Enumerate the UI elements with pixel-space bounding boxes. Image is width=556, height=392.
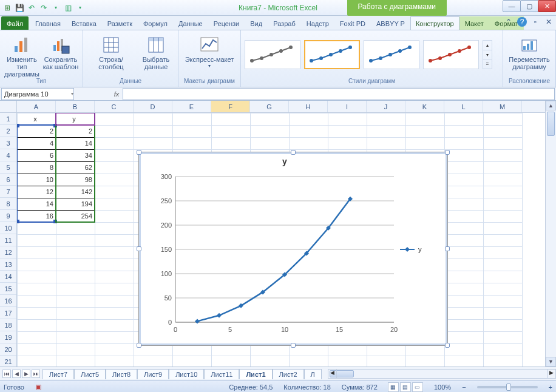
row-header-17[interactable]: 17 xyxy=(0,307,16,319)
sheet-tab-Лист11[interactable]: Лист11 xyxy=(204,369,239,379)
tab-insert[interactable]: Вставка xyxy=(66,16,102,30)
row-header-13[interactable]: 13 xyxy=(0,259,16,271)
chart-style-4[interactable] xyxy=(423,40,479,69)
row-header-19[interactable]: 19 xyxy=(0,331,16,343)
scroll-down-arrow[interactable]: ▼ xyxy=(546,357,556,367)
tab-abbyy[interactable]: ABBYY P xyxy=(371,16,410,30)
row-header-4[interactable]: 4 xyxy=(0,149,16,161)
tab-data[interactable]: Данные xyxy=(173,16,208,30)
row-header-6[interactable]: 6 xyxy=(0,174,16,186)
column-header-L[interactable]: L xyxy=(444,101,483,112)
sheet-nav-first[interactable]: ⏮ xyxy=(2,370,11,378)
view-normal-button[interactable]: ▦ xyxy=(388,382,399,392)
sheet-tab-Лист2[interactable]: Лист2 xyxy=(273,369,304,379)
scroll-up-arrow[interactable]: ▲ xyxy=(546,101,556,110)
switch-row-col-button[interactable]: Строка/столбец xyxy=(87,34,135,70)
help-icon[interactable]: ? xyxy=(517,17,527,27)
column-header-B[interactable]: B xyxy=(56,101,95,112)
row-header-8[interactable]: 8 xyxy=(0,198,16,210)
sheet-tab-Лист5[interactable]: Лист5 xyxy=(74,369,106,379)
row-header-21[interactable]: 21 xyxy=(0,356,16,367)
zoom-out-button[interactable]: − xyxy=(462,384,466,391)
row-header-14[interactable]: 14 xyxy=(0,271,16,283)
sheet-tab-Лист7[interactable]: Лист7 xyxy=(42,369,74,379)
maximize-button[interactable]: ▢ xyxy=(520,0,538,12)
sheet-nav-prev[interactable]: ◀ xyxy=(12,370,21,378)
column-header-F[interactable]: F xyxy=(211,101,250,112)
zoom-in-button[interactable]: + xyxy=(549,384,552,391)
chart-style-3[interactable] xyxy=(364,40,419,69)
view-pagebreak-button[interactable]: ▭ xyxy=(412,382,423,392)
row-header-2[interactable]: 2 xyxy=(0,125,16,137)
horizontal-scrollbar[interactable]: ◀ ▶ xyxy=(328,369,556,379)
qat-dropdown-icon[interactable]: ▾ xyxy=(51,3,61,13)
tab-view[interactable]: Вид xyxy=(245,16,268,30)
chart-styles-more-button[interactable]: ▴▾≡ xyxy=(483,40,492,69)
sheet-nav-last[interactable]: ⏭ xyxy=(32,370,40,378)
tab-addins[interactable]: Надстр xyxy=(301,16,334,30)
tab-foxit[interactable]: Foxit PD xyxy=(334,16,371,30)
cells-area[interactable]: xy224146348621098121421419416254 xyxy=(17,113,545,367)
macro-record-icon[interactable]: ▣ xyxy=(35,383,41,391)
chart-object[interactable]: y05010015020025030005101520y xyxy=(138,152,448,346)
row-header-12[interactable]: 12 xyxy=(0,246,16,259)
row-header-3[interactable]: 3 xyxy=(0,137,16,149)
sheet-tab-Лист9[interactable]: Лист9 xyxy=(137,369,169,379)
row-header-11[interactable]: 11 xyxy=(0,234,16,246)
move-chart-button[interactable]: Переместитьдиаграмму xyxy=(507,34,552,70)
column-header-G[interactable]: G xyxy=(250,101,289,112)
doc-restore-icon[interactable]: ▫ xyxy=(531,17,540,27)
tab-review[interactable]: Рецензи xyxy=(208,16,245,30)
sheet-tab-Лист1[interactable]: Лист1 xyxy=(239,369,272,379)
hscroll-right-arrow[interactable]: ▶ xyxy=(547,370,555,378)
cell-A1[interactable]: x xyxy=(17,113,56,125)
row-header-9[interactable]: 9 xyxy=(0,210,16,222)
row-header-16[interactable]: 16 xyxy=(0,295,16,307)
tab-formulas[interactable]: Формул xyxy=(138,16,173,30)
qat-extra-icon[interactable]: ▥ xyxy=(63,3,73,13)
row-header-10[interactable]: 10 xyxy=(0,222,16,234)
close-button[interactable]: ✕ xyxy=(538,0,556,12)
name-box[interactable]: Диаграмма 10▾ xyxy=(1,88,74,100)
view-layout-button[interactable]: ▤ xyxy=(400,382,411,392)
change-chart-type-button[interactable]: Изменить типдиаграммы xyxy=(4,34,40,78)
column-header-C[interactable]: C xyxy=(95,101,134,112)
column-header-M[interactable]: M xyxy=(483,101,522,112)
tab-developer[interactable]: Разраб xyxy=(268,16,301,30)
formula-input[interactable] xyxy=(123,88,555,100)
chart-style-2[interactable] xyxy=(304,40,360,69)
tab-home[interactable]: Главная xyxy=(30,16,66,30)
undo-icon[interactable]: ↶ xyxy=(27,3,36,13)
column-header-H[interactable]: H xyxy=(289,101,328,112)
hscroll-left-arrow[interactable]: ◀ xyxy=(328,370,337,378)
column-header-K[interactable]: K xyxy=(405,101,444,112)
column-header-J[interactable]: J xyxy=(367,101,405,112)
redo-icon[interactable]: ↷ xyxy=(39,3,49,13)
column-header-A[interactable]: A xyxy=(17,101,56,112)
minimize-button[interactable]: — xyxy=(503,0,521,12)
zoom-slider-thumb[interactable] xyxy=(506,384,511,391)
column-header-E[interactable]: E xyxy=(172,101,211,112)
minimize-ribbon-icon[interactable]: ⌃ xyxy=(504,17,514,27)
row-header-1[interactable]: 1 xyxy=(0,113,16,125)
scroll-thumb[interactable] xyxy=(547,112,555,136)
row-header-5[interactable]: 5 xyxy=(0,161,16,174)
select-all-corner[interactable] xyxy=(0,101,17,113)
select-data-button[interactable]: Выбратьданные xyxy=(138,34,174,70)
quick-layout-button[interactable]: Экспресс-макет▾ xyxy=(182,34,237,69)
fx-icon[interactable]: fx xyxy=(110,90,123,98)
sheet-nav-next[interactable]: ▶ xyxy=(22,370,30,378)
row-header-20[interactable]: 20 xyxy=(0,343,16,356)
chart-style-1[interactable] xyxy=(245,40,300,69)
row-header-7[interactable]: 7 xyxy=(0,186,16,198)
save-template-button[interactable]: Сохранитькак шаблон xyxy=(42,34,79,70)
save-icon[interactable]: 💾 xyxy=(15,3,24,13)
vertical-scrollbar[interactable]: ▲ ▼ xyxy=(545,101,556,367)
sheet-tab-Л[interactable]: Л xyxy=(304,369,322,379)
row-header-18[interactable]: 18 xyxy=(0,319,16,331)
qat-dropdown2-icon[interactable]: ▾ xyxy=(75,3,85,13)
tab-page-layout[interactable]: Разметк xyxy=(102,16,138,30)
row-header-15[interactable]: 15 xyxy=(0,283,16,295)
zoom-level[interactable]: 100% xyxy=(434,384,451,391)
sheet-tab-Лист10[interactable]: Лист10 xyxy=(169,369,204,379)
